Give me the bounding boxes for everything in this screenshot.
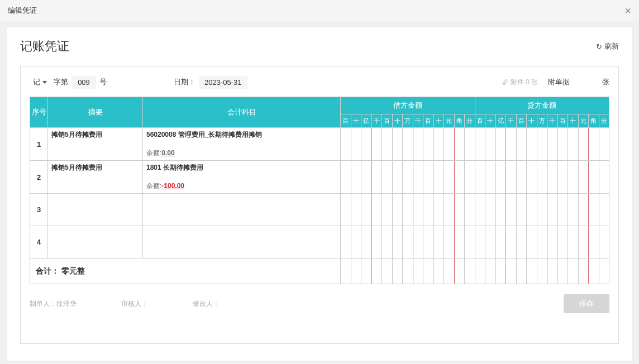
amount-digit-cell[interactable] [516,161,527,194]
amount-digit-cell[interactable] [403,226,413,258]
amount-digit-cell[interactable] [475,194,485,226]
subject-cell[interactable]: 1801 长期待摊费用余额:-100.00 [143,161,341,194]
amount-digit-cell[interactable] [444,258,455,284]
amount-digit-cell[interactable] [351,258,361,284]
amount-digit-cell[interactable] [465,194,475,226]
amount-digit-cell[interactable] [547,194,558,226]
summary-cell[interactable]: 摊销5月待摊费用 [48,128,143,161]
amount-digit-cell[interactable] [341,128,351,161]
amount-digit-cell[interactable] [341,194,351,226]
amount-digit-cell[interactable] [557,226,568,258]
subject-cell[interactable] [143,194,341,226]
amount-digit-cell[interactable] [516,226,527,258]
amount-digit-cell[interactable] [495,161,506,194]
amount-digit-cell[interactable] [423,226,434,258]
amount-digit-cell[interactable] [361,128,372,161]
amount-digit-cell[interactable] [537,226,547,258]
amount-digit-cell[interactable] [341,226,351,258]
amount-digit-cell[interactable] [444,128,455,161]
amount-digit-cell[interactable] [475,258,485,284]
summary-cell[interactable] [48,226,143,258]
amount-digit-cell[interactable] [516,128,527,161]
amount-digit-cell[interactable] [382,161,393,194]
amount-digit-cell[interactable] [557,258,568,284]
amount-digit-cell[interactable] [599,226,609,258]
amount-digit-cell[interactable] [485,161,496,194]
amount-digit-cell[interactable] [392,258,403,284]
date-input[interactable]: 2023-05-31 [199,76,247,89]
amount-digit-cell[interactable] [578,194,589,226]
amount-digit-cell[interactable] [371,128,382,161]
amount-digit-cell[interactable] [413,194,423,226]
amount-digit-cell[interactable] [392,226,403,258]
amount-digit-cell[interactable] [506,161,517,194]
amount-digit-cell[interactable] [413,161,423,194]
amount-digit-cell[interactable] [475,161,485,194]
amount-digit-cell[interactable] [589,194,599,226]
amount-digit-cell[interactable] [506,258,517,284]
amount-digit-cell[interactable] [599,194,609,226]
amount-digit-cell[interactable] [568,161,579,194]
amount-digit-cell[interactable] [547,226,558,258]
amount-digit-cell[interactable] [506,128,517,161]
amount-digit-cell[interactable] [382,128,393,161]
amount-digit-cell[interactable] [403,194,413,226]
amount-digit-cell[interactable] [444,226,455,258]
amount-digit-cell[interactable] [527,128,537,161]
amount-digit-cell[interactable] [382,226,393,258]
amount-digit-cell[interactable] [495,128,506,161]
amount-digit-cell[interactable] [506,226,517,258]
amount-digit-cell[interactable] [454,258,465,284]
amount-digit-cell[interactable] [527,226,537,258]
amount-digit-cell[interactable] [392,128,403,161]
amount-digit-cell[interactable] [433,258,444,284]
amount-digit-cell[interactable] [371,258,382,284]
amount-digit-cell[interactable] [351,194,361,226]
amount-digit-cell[interactable] [465,128,475,161]
amount-digit-cell[interactable] [589,226,599,258]
amount-digit-cell[interactable] [413,226,423,258]
amount-digit-cell[interactable] [361,194,372,226]
amount-digit-cell[interactable] [557,194,568,226]
close-icon[interactable]: × [624,4,631,17]
amount-digit-cell[interactable] [599,258,609,284]
amount-digit-cell[interactable] [506,194,517,226]
amount-digit-cell[interactable] [403,128,413,161]
amount-digit-cell[interactable] [599,128,609,161]
amount-digit-cell[interactable] [547,258,558,284]
amount-digit-cell[interactable] [433,161,444,194]
voucher-type-select[interactable]: 记 [30,75,50,89]
refresh-button[interactable]: ↻ 刷新 [596,41,619,51]
amount-digit-cell[interactable] [341,161,351,194]
amount-digit-cell[interactable] [589,258,599,284]
subject-cell[interactable] [143,226,341,258]
amount-digit-cell[interactable] [578,226,589,258]
amount-digit-cell[interactable] [557,161,568,194]
amount-digit-cell[interactable] [485,226,496,258]
amount-digit-cell[interactable] [465,161,475,194]
amount-digit-cell[interactable] [568,226,579,258]
amount-digit-cell[interactable] [527,258,537,284]
amount-digit-cell[interactable] [423,161,434,194]
amount-digit-cell[interactable] [413,258,423,284]
amount-digit-cell[interactable] [371,194,382,226]
amount-digit-cell[interactable] [454,194,465,226]
attachment-link[interactable]: 附件 0 张 [502,78,538,87]
amount-digit-cell[interactable] [537,194,547,226]
amount-digit-cell[interactable] [578,258,589,284]
amount-digit-cell[interactable] [547,161,558,194]
amount-digit-cell[interactable] [382,258,393,284]
subject-cell[interactable]: 56020008 管理费用_长期待摊费用摊销余额:0.00 [143,128,341,161]
amount-digit-cell[interactable] [495,258,506,284]
amount-digit-cell[interactable] [361,161,372,194]
amount-digit-cell[interactable] [433,128,444,161]
amount-digit-cell[interactable] [537,128,547,161]
amount-digit-cell[interactable] [537,161,547,194]
amount-digit-cell[interactable] [392,194,403,226]
amount-digit-cell[interactable] [578,128,589,161]
amount-digit-cell[interactable] [589,161,599,194]
amount-digit-cell[interactable] [485,258,496,284]
amount-digit-cell[interactable] [537,258,547,284]
amount-digit-cell[interactable] [465,258,475,284]
amount-digit-cell[interactable] [568,258,579,284]
